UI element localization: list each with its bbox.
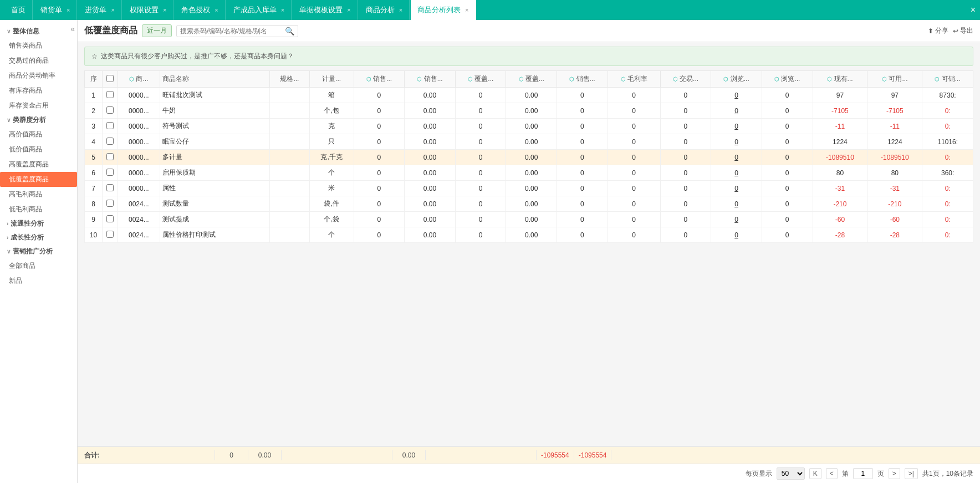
nav-tab-analysis[interactable]: 商品分析 × xyxy=(359,0,410,20)
row-browse1[interactable]: 0 xyxy=(711,227,762,243)
row-check[interactable] xyxy=(103,134,118,150)
row-checkbox[interactable] xyxy=(106,138,114,145)
col-header-cover2[interactable]: ⬡ 覆盖... xyxy=(506,71,557,88)
search-input[interactable] xyxy=(180,27,285,35)
row-checkbox[interactable] xyxy=(106,153,114,160)
row-check[interactable] xyxy=(103,196,118,212)
row-checkbox[interactable] xyxy=(106,215,114,222)
row-check[interactable] xyxy=(103,212,118,227)
close-icon[interactable]: × xyxy=(465,7,468,13)
select-all-checkbox[interactable] xyxy=(106,75,114,82)
top-navigation: 首页 销货单 × 进货单 × 权限设置 × 角色授权 × 产成品入库单 × 单据… xyxy=(0,0,980,20)
col-header-cover1[interactable]: ⬡ 覆盖... xyxy=(455,71,506,88)
row-browse1[interactable]: 0 xyxy=(711,150,762,165)
row-browse1[interactable]: 0 xyxy=(711,134,762,150)
col-header-browse1[interactable]: ⬡ 浏览... xyxy=(711,71,762,88)
col-header-trade[interactable]: ⬡ 交易... xyxy=(660,71,711,88)
sidebar-group-liquidity[interactable]: › 流通性分析 xyxy=(0,217,77,231)
sidebar-group-cluster[interactable]: ∨ 类群度分析 xyxy=(0,113,77,127)
row-browse1[interactable]: 0 xyxy=(711,88,762,103)
prev-page-button[interactable]: < xyxy=(826,468,838,479)
table-footer: 合计: 0 0.00 0.00 -1095554 -1095554 xyxy=(78,446,980,464)
sidebar-item-high-value[interactable]: 高价值商品 xyxy=(0,127,77,142)
close-icon[interactable]: × xyxy=(111,7,114,13)
row-check[interactable] xyxy=(103,119,118,134)
close-icon[interactable]: × xyxy=(281,7,284,13)
first-page-button[interactable]: K xyxy=(809,468,821,479)
sidebar-item-low-coverage[interactable]: 低覆盖度商品 xyxy=(0,172,77,187)
next-page-button[interactable]: > xyxy=(889,468,900,479)
row-checkbox[interactable] xyxy=(106,200,114,207)
sidebar-collapse-button[interactable]: « xyxy=(70,24,75,33)
close-icon[interactable]: × xyxy=(163,7,166,13)
sidebar-item-traded-goods[interactable]: 交易过的商品 xyxy=(0,53,77,68)
col-header-stock2[interactable]: ⬡ 可用... xyxy=(867,71,922,88)
export-button[interactable]: ↩ 导出 xyxy=(953,26,973,35)
row-checkbox[interactable] xyxy=(106,106,114,114)
col-header-sales1[interactable]: ⬡ 销售... xyxy=(354,71,405,88)
sidebar-item-new-goods[interactable]: 新品 xyxy=(0,273,77,288)
col-header-stock3[interactable]: ⬡ 可销... xyxy=(922,71,973,88)
sidebar-item-high-margin[interactable]: 高毛利商品 xyxy=(0,187,77,202)
nav-tab-role[interactable]: 角色授权 × xyxy=(175,0,225,20)
row-checkbox[interactable] xyxy=(106,91,114,98)
col-header-stock1[interactable]: ⬡ 现有... xyxy=(813,71,867,88)
row-margin: 0 xyxy=(608,150,660,165)
nav-tab-purchase[interactable]: 进货单 × xyxy=(78,0,121,20)
row-checkbox[interactable] xyxy=(106,169,114,176)
row-check[interactable] xyxy=(103,227,118,243)
row-check[interactable] xyxy=(103,88,118,103)
row-browse1[interactable]: 0 xyxy=(711,181,762,196)
col-header-sales3[interactable]: ⬡ 销售... xyxy=(557,71,608,88)
row-browse1[interactable]: 0 xyxy=(711,212,762,227)
row-check[interactable] xyxy=(103,165,118,181)
col-header-code[interactable]: ⬡ 商... xyxy=(118,71,160,88)
page-number-input[interactable] xyxy=(853,468,873,479)
nav-tab-template[interactable]: 单据模板设置 × xyxy=(293,0,358,20)
row-browse1[interactable]: 0 xyxy=(711,196,762,212)
table-row: 10 0024... 属性价格打印测试 个 0 0.00 0 0.00 0 0 … xyxy=(85,227,973,243)
row-checkbox[interactable] xyxy=(106,122,114,129)
row-stock1: -7105 xyxy=(813,103,867,119)
close-icon[interactable]: × xyxy=(347,7,350,13)
row-check[interactable] xyxy=(103,103,118,119)
nav-tab-product-in[interactable]: 产成品入库单 × xyxy=(227,0,292,20)
col-header-sales2[interactable]: ⬡ 销售... xyxy=(405,71,456,88)
sidebar-item-high-coverage[interactable]: 高覆盖度商品 xyxy=(0,157,77,172)
col-header-spec[interactable]: 规格... xyxy=(270,71,309,88)
nav-tab-analysis-list[interactable]: 商品分析列表 × xyxy=(411,0,476,20)
sidebar-item-all-goods[interactable]: 全部商品 xyxy=(0,258,77,273)
row-browse1[interactable]: 0 xyxy=(711,103,762,119)
col-header-browse2[interactable]: ⬡ 浏览... xyxy=(762,71,813,88)
row-check[interactable] xyxy=(103,150,118,165)
row-checkbox[interactable] xyxy=(106,231,114,238)
sidebar-item-category-rate[interactable]: 商品分类动销率 xyxy=(0,68,77,83)
sidebar-item-low-margin[interactable]: 低毛利商品 xyxy=(0,202,77,217)
sidebar-item-sales-goods[interactable]: 销售类商品 xyxy=(0,38,77,53)
col-header-margin[interactable]: ⬡ 毛利率 xyxy=(608,71,660,88)
col-header-name[interactable]: 商品名称 xyxy=(160,71,270,88)
sidebar-item-in-stock[interactable]: 有库存商品 xyxy=(0,83,77,98)
close-icon[interactable]: × xyxy=(399,7,402,13)
nav-tab-home[interactable]: 首页 xyxy=(4,0,33,20)
share-button[interactable]: ⬆ 分享 xyxy=(928,26,948,35)
close-icon[interactable]: × xyxy=(67,7,70,13)
sidebar-item-capital[interactable]: 库存资金占用 xyxy=(0,98,77,113)
nav-tab-permission[interactable]: 权限设置 × xyxy=(123,0,173,20)
sidebar-group-overall[interactable]: ∨ 整体信息 xyxy=(0,24,77,38)
time-filter-button[interactable]: 近一月 xyxy=(142,24,172,37)
row-browse1[interactable]: 0 xyxy=(711,119,762,134)
last-page-button[interactable]: >| xyxy=(905,468,918,479)
sidebar-item-low-value[interactable]: 低价值商品 xyxy=(0,142,77,157)
close-icon[interactable]: × xyxy=(215,7,218,13)
nav-tab-sales[interactable]: 销货单 × xyxy=(34,0,77,20)
sidebar-group-growth[interactable]: › 成长性分析 xyxy=(0,231,77,245)
row-checkbox[interactable] xyxy=(106,184,114,191)
sidebar-group-marketing[interactable]: ∨ 营销推广分析 xyxy=(0,245,77,258)
row-browse1[interactable]: 0 xyxy=(711,165,762,181)
row-sales2: 0.00 xyxy=(405,227,456,243)
row-check[interactable] xyxy=(103,181,118,196)
col-header-unit[interactable]: 计量... xyxy=(309,71,354,88)
page-size-select[interactable]: 50 100 200 xyxy=(777,467,805,480)
close-all-tabs-button[interactable]: × xyxy=(971,5,976,15)
